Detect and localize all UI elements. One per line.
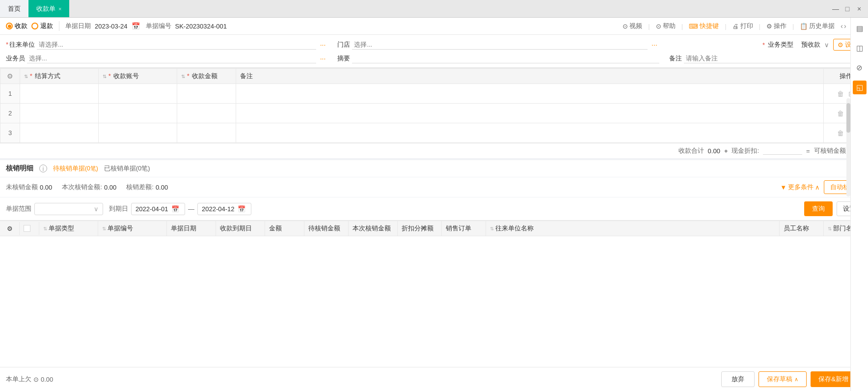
th-due-date: 收款到期日 [216,221,265,236]
print-icon: 🖨 [732,23,739,30]
date-separator: — [188,205,194,213]
remarks-label: 备注 [669,54,682,63]
th-discount: 折扣分摊额 [398,221,442,236]
tab-active[interactable]: 收款单 × [28,0,69,17]
more-conditions-btn[interactable]: ▼ 更多条件 ∧ [780,183,820,192]
row-amount-1[interactable] [177,84,236,104]
nav-prev-icon[interactable]: ‹ [841,22,843,30]
date-from-value: 2022-04-01 [136,205,168,213]
diff-value: 0.00 [156,184,168,191]
staff-label: 业务员 [6,54,25,63]
date-to-calendar-icon[interactable]: 📅 [238,205,245,213]
store-more-icon[interactable]: ··· [650,41,659,49]
shortcut-btn[interactable]: ⌨ 快捷键 [687,21,721,31]
row-account-3[interactable] [99,123,177,143]
summary-row: 收款合计 0.00 + 现金折扣: = 可核销金额 0.00 [0,143,868,158]
row-settlement-2[interactable] [20,104,99,123]
radio-receive-label: 收款 [15,22,27,30]
range-dropdown-icon: ∨ [94,205,99,213]
select-all-checkbox[interactable] [24,225,30,232]
th-checkbox-cell [20,222,39,235]
sidebar-doc-icon[interactable]: ◫ [853,41,867,55]
abandon-button[interactable]: 放弃 [721,371,755,387]
th-remarks: 备注 [236,69,824,84]
row-amount-3[interactable] [177,123,236,143]
row-delete-icon-1[interactable]: 🗑 [837,90,844,98]
discount-input[interactable] [763,147,802,155]
doc-date-calendar-icon[interactable]: 📅 [132,22,140,30]
print-btn[interactable]: 🖨 打印 [731,21,755,31]
range-select[interactable]: ∨ [34,203,103,215]
current-label: 本单上欠 [6,375,31,384]
business-type-value: 预收款 [801,40,820,49]
tab-close-icon[interactable]: × [58,6,61,12]
sidebar-table-icon[interactable]: ▤ [853,22,867,35]
tab-home[interactable]: 首页 [0,0,28,17]
row-remarks-3[interactable] [236,123,824,143]
row-delete-icon-3[interactable]: 🗑 [837,129,844,137]
available-label: 可核销金额 [814,146,846,155]
th-settings-icon[interactable]: ⚙ [7,225,13,232]
date-from-input[interactable]: 2022-04-01 📅 [131,203,185,215]
counterpart-field: *往来单位 ··· [6,40,327,50]
close-button[interactable]: × [854,4,864,14]
due-date-field: 到期日 2022-04-01 📅 — 2022-04-12 📅 [109,203,251,215]
video-btn[interactable]: ⊙ 视频 [621,21,644,31]
form-area: *往来单位 ··· 门店 ··· * 业务类型 [0,35,868,68]
total-value: 0.00 [708,147,720,155]
operation-icon: ⚙ [766,23,772,30]
table-settings-icon[interactable]: ⚙ [7,72,13,80]
row-amount-2[interactable] [177,104,236,123]
operation-btn[interactable]: ⚙ 操作 [764,21,788,31]
save-draft-button[interactable]: 保存草稿 ∧ [759,371,807,387]
radio-refund-label: 退款 [40,22,53,30]
summary-input[interactable] [352,54,659,63]
sidebar-expand-icon[interactable]: ◱ [853,81,867,94]
total-label: 收款合计 [678,146,704,155]
history-btn[interactable]: 📋 历史单据 [798,21,837,31]
date-from-calendar-icon[interactable]: 📅 [171,205,179,213]
query-button[interactable]: 查询 [804,201,833,216]
help-btn[interactable]: ⊙ 帮助 [654,21,678,31]
radio-receive[interactable]: 收款 [6,22,27,30]
row-settlement-3[interactable] [20,123,99,143]
doc-number-label: 单据编号 [146,22,171,30]
row-account-2[interactable] [99,104,177,123]
eq-sign: = [806,147,810,155]
table-row: 2 🗑 ⊞ [0,104,868,123]
row-account-1[interactable] [99,84,177,104]
staff-input[interactable] [27,54,316,63]
maximize-button[interactable]: □ [842,4,852,14]
diff-label: 核销差额: [126,183,154,192]
business-type-dropdown-icon[interactable]: ∨ [824,41,829,49]
video-icon: ⊙ [623,23,628,30]
radio-refund[interactable]: 退款 [31,22,53,30]
counterpart-more-icon[interactable]: ··· [318,41,328,49]
th-settings-cell: ⚙ [0,222,20,235]
scrollbar[interactable] [846,98,850,196]
scrollbar-thumb[interactable] [846,103,850,133]
sidebar-attach-icon[interactable]: ⊘ [853,61,867,75]
th-amount: ⇅ * 收款金额 [177,69,236,84]
tab-done[interactable]: 已核销单据(0笔) [104,164,150,173]
row-delete-icon-2[interactable]: 🗑 [837,110,844,117]
plus-sign: + [724,147,728,155]
row-remarks-1[interactable] [236,84,824,104]
row-remarks-2[interactable] [236,104,824,123]
nav-next-icon[interactable]: › [844,22,846,30]
staff-more-icon[interactable]: ··· [318,55,328,62]
form-row-2: 业务员 ··· 摘要 备注 [6,54,862,63]
row-settlement-1[interactable] [20,84,99,104]
remarks-input[interactable] [684,54,862,63]
th-amount: 金额 [265,221,304,236]
tab-pending[interactable]: 待核销单据(0笔) [53,164,98,173]
store-input[interactable] [352,40,648,50]
shortcut-icon: ⌨ [689,23,698,30]
th-sales-order: 销售订单 [442,221,486,236]
summary-field: 摘要 [337,54,659,63]
date-to-input[interactable]: 2022-04-12 📅 [197,203,251,215]
minimize-button[interactable]: — [831,4,841,14]
doc-number-info: 单据编号 SK-20230324-001 [146,22,227,30]
counterpart-input[interactable] [37,40,316,50]
verify-info-icon[interactable]: i [39,165,47,172]
